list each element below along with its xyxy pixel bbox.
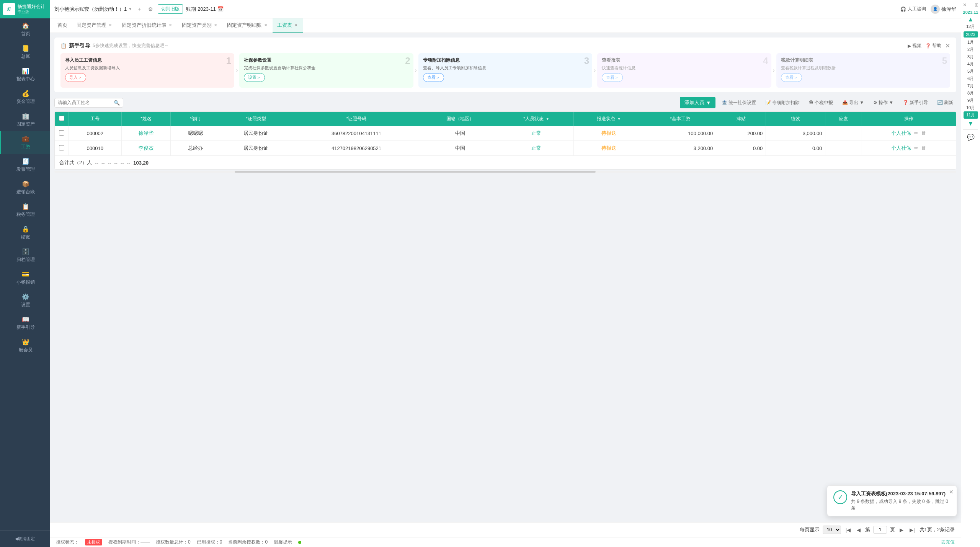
month-9[interactable]: 9月 [967,97,974,104]
scrollbar[interactable] [54,171,956,173]
user-menu[interactable]: 👤 徐泽华 [931,5,956,14]
tax-report-button[interactable]: 🏛 个税申报 [806,98,836,108]
row2-allowance: 0.00 [716,141,766,156]
sidebar-item-guide[interactable]: 📖 新手引导 [0,312,50,335]
sidebar-item-finance[interactable]: 💰 资金管理 [0,86,50,109]
row1-checkbox[interactable] [59,130,64,136]
sidebar-item-ledger[interactable]: 📒 总账 [0,41,50,64]
charge-button[interactable]: 去充值 [941,539,955,545]
year-badge: 2023 [964,31,978,38]
month-3[interactable]: 3月 [967,53,974,60]
row2-checkbox[interactable] [59,145,64,150]
guide-header: 📋 新手引导 5步快速完成设置，快去完善信息吧～ ▶ 视频 ❓ 帮助 ✕ [60,42,950,49]
page-suffix: 页 [890,526,895,533]
search-icon[interactable]: 🔍 [114,100,120,106]
row2-status: 正常 [499,141,574,156]
guide-video-button[interactable]: ▶ 视频 [908,42,921,49]
newbie-guide-button[interactable]: ❓ 新手引导 [900,98,931,108]
account-dropdown-icon[interactable]: ▼ [128,7,132,11]
guide-close-button[interactable]: ✕ [945,42,950,49]
month-6[interactable]: 6月 [967,75,974,82]
account-selector[interactable]: 刘小艳演示账套（勿删勿动！）1 ▼ [54,6,132,13]
guide-step2-btn[interactable]: 设置＞ [244,73,265,82]
prev-page-button[interactable]: ◀ [855,526,862,534]
toast-close-button[interactable]: ✕ [949,489,954,495]
panel-expand-icon[interactable]: ⊞ [975,2,978,8]
year-down-button[interactable]: ▼ [968,120,974,127]
salary-icon: 💼 [22,135,29,142]
add-person-button[interactable]: 添加人员 ▼ [680,97,715,108]
sidebar-item-archive[interactable]: 🗄️ 归档管理 [0,244,50,267]
tab-close-detail[interactable]: ✕ [263,23,268,28]
last-page-button[interactable]: ▶| [908,526,916,534]
month-8[interactable]: 8月 [967,90,974,97]
panel-close-icon[interactable]: ✕ [963,2,967,8]
sidebar-item-closing[interactable]: 🔒 结账 [0,222,50,244]
page-number-input[interactable] [873,526,887,534]
month-10[interactable]: 10月 [966,104,975,111]
sidebar-item-tax[interactable]: 📋 税务管理 [0,199,50,222]
tab-salary[interactable]: 工资表 ✕ [273,18,303,33]
guide-help-button[interactable]: ❓ 帮助 [925,42,941,49]
sidebar-item-salary[interactable]: 💼 工资 [0,131,50,154]
tab-fixed-assets[interactable]: 固定资产管理 ✕ [72,18,117,33]
search-input[interactable] [58,100,112,105]
row1-status: 正常 [499,126,574,141]
sidebar-item-home[interactable]: 🏠 首页 [0,18,50,41]
guide-step1-btn[interactable]: 导入＞ [65,73,86,82]
row1-delete-icon[interactable]: 🗑 [921,130,926,136]
month-1[interactable]: 1月 [967,39,974,46]
refresh-button[interactable]: 🔄 刷新 [934,98,956,108]
row2-edit-icon[interactable]: ✏ [914,145,918,151]
next-page-button[interactable]: ▶ [898,526,905,534]
guide-step4-btn[interactable]: 查看＞ [602,73,623,82]
month-7[interactable]: 7月 [967,82,974,90]
sidebar-item-report[interactable]: 📊 报表中心 [0,64,50,86]
account-settings-icon[interactable]: ⚙ [147,5,155,14]
year-up-button[interactable]: ▲ [968,16,974,23]
status-filter-icon[interactable]: ▼ [546,117,549,121]
switch-version-button[interactable]: 切到旧版 [158,4,183,14]
guide-step5-btn[interactable]: 查看＞ [781,73,802,82]
row2-delete-icon[interactable]: 🗑 [921,145,926,151]
guide-step3-btn[interactable]: 查看＞ [423,73,444,82]
archive-icon: 🗄️ [22,248,29,255]
tab-close-salary[interactable]: ✕ [294,23,298,28]
tab-home[interactable]: 首页 [53,18,72,33]
tab-close-depreciation[interactable]: ✕ [168,23,173,28]
select-all-checkbox[interactable] [59,116,64,121]
deduction-button[interactable]: 📝 专项附加扣除 [762,98,803,108]
service-button[interactable]: 🎧 人工咨询 [900,6,926,12]
tab-category[interactable]: 固定资产类别 ✕ [177,18,222,33]
feedback-icon[interactable]: 💬 [965,132,976,142]
warn-dot-icon [298,541,301,544]
sidebar-item-invoice[interactable]: 🧾 发票管理 [0,154,50,176]
month-4[interactable]: 4月 [967,60,974,68]
sidebar-item-fixed[interactable]: 🏢 固定资产 [0,109,50,131]
add-account-icon[interactable]: ＋ [135,4,144,14]
month-12[interactable]: 12月 [966,23,975,30]
sidebar-item-expense[interactable]: 💳 小畅报销 [0,267,50,289]
report-filter-icon[interactable]: ▼ [617,117,621,121]
tab-depreciation[interactable]: 固定资产折旧统计表 ✕ [117,18,177,33]
cancel-pin-button[interactable]: ◀ 取消固定 [2,534,48,544]
page-size-select[interactable]: 10 20 50 [823,526,841,534]
sidebar-item-member[interactable]: 👑 畅会员 [0,335,50,357]
tab-close-fixed-assets[interactable]: ✕ [108,23,113,28]
sidebar-item-settings[interactable]: ⚙️ 设置 [0,289,50,312]
period-selector[interactable]: 账期 2023-11 📅 [186,6,224,13]
tab-detail[interactable]: 固定资产明细账 ✕ [222,18,273,33]
social-insurance-button[interactable]: 🏦 统一社保设置 [719,98,759,108]
row1-edit-icon[interactable]: ✏ [914,130,918,136]
sidebar-item-inventory[interactable]: 📦 进销台账 [0,176,50,199]
toolbar-right: 添加人员 ▼ 🏦 统一社保设置 📝 专项附加扣除 🏛 个税申报 📤 [680,97,956,108]
tab-close-category[interactable]: ✕ [213,23,218,28]
month-2[interactable]: 2月 [967,46,974,53]
first-page-button[interactable]: |◀ [844,526,852,534]
auth-status-badge: 未授权 [85,539,102,545]
operation-button[interactable]: ⚙ 操作 ▼ [870,98,897,108]
export-button[interactable]: 📤 导出 ▼ [839,98,867,108]
month-5[interactable]: 5月 [967,68,974,75]
month-11-active[interactable]: 11月 [964,111,978,119]
page-label: 第 [865,526,870,533]
